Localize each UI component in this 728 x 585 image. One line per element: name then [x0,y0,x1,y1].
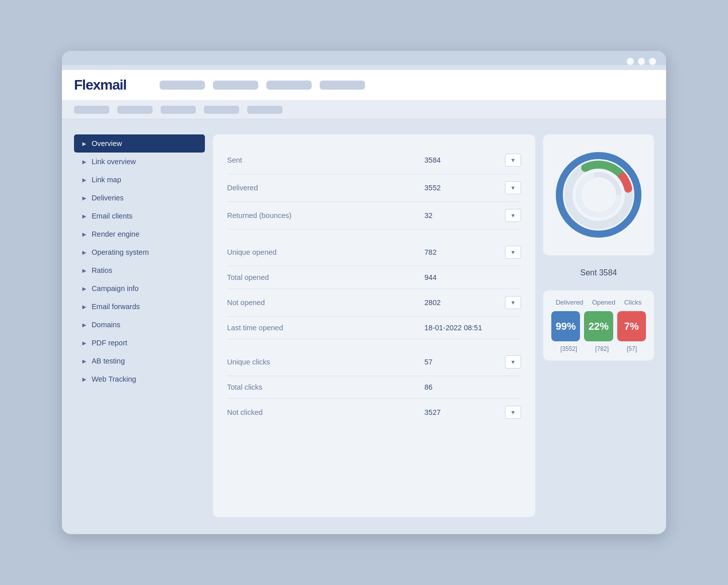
chevron-icon: ► [81,140,88,148]
sent-badge: Sent 3584 [543,262,654,283]
sidebar-item-campaign-info[interactable]: ► Campaign info [74,279,205,298]
nav-pill-1[interactable] [160,81,205,90]
sidebar-item-link-overview[interactable]: ► Link overview [74,153,205,171]
stat-value-not-clicked: 3527 [424,408,505,416]
stat-label-last-opened: Last time opened [227,324,424,332]
sidebar-item-email-forwards[interactable]: ► Email forwards [74,298,205,316]
stat-row-delivered: Delivered 3552 ▼ [227,174,521,202]
chevron-icon: ► [81,357,88,365]
stat-label-unique-clicks: Unique clicks [227,358,424,366]
stat-row-not-opened: Not opened 2802 ▼ [227,289,521,317]
sidebar-item-ratios[interactable]: ► Ratios [74,261,205,279]
sidebar-item-label: Email forwards [92,303,140,311]
sidebar-item-deliveries[interactable]: ► Deliveries [74,189,205,207]
stat-row-unique-opened: Unique opened 782 ▼ [227,239,521,266]
stats-grid-header: Delivered Opened Clicks [551,299,646,306]
sidebar-item-label: Link overview [92,158,136,166]
main-stats-panel: Sent 3584 ▼ Delivered 3552 ▼ Returned (b… [213,134,535,517]
metric-header-opened: Opened [592,299,615,306]
stats-grid: Delivered Opened Clicks 99% 22% 7% [3552… [543,290,654,360]
sidebar-item-label: Campaign info [92,284,139,292]
stat-value-total-opened: 944 [424,273,505,281]
sub-nav-pill-1[interactable] [74,106,109,114]
stat-dropdown-not-opened[interactable]: ▼ [505,296,521,309]
metric-badge-clicks: 7% [617,311,646,341]
stat-label-total-clicks: Total clicks [227,383,424,391]
nav-pill-3[interactable] [266,81,312,90]
nav-pill-2[interactable] [213,81,258,90]
nav-pill-4[interactable] [320,81,365,90]
sidebar-item-label: PDF report [92,339,127,347]
donut-chart [553,150,644,240]
stats-grid-values: 99% 22% 7% [551,311,646,341]
chevron-icon: ► [81,376,88,383]
sidebar-item-email-clients[interactable]: ► Email clients [74,207,205,225]
chevron-icon: ► [81,194,88,202]
metric-count-opened: [782] [595,345,609,352]
chevron-icon: ► [81,249,88,256]
sidebar-item-link-map[interactable]: ► Link map [74,171,205,189]
svg-point-6 [585,181,613,209]
stat-label-bounces: Returned (bounces) [227,211,424,220]
sidebar-item-render-engine[interactable]: ► Render engine [74,225,205,243]
metric-badge-opened: 22% [584,311,613,341]
sidebar-item-operating-system[interactable]: ► Operating system [74,243,205,261]
sub-nav-pill-2[interactable] [117,106,153,114]
stat-value-bounces: 32 [424,211,505,220]
stat-value-not-opened: 2802 [424,299,505,307]
sidebar-item-label: Email clients [92,212,132,220]
stat-label-delivered: Delivered [227,184,424,192]
stat-value-sent: 3584 [424,156,505,164]
sub-nav-pill-5[interactable] [247,106,282,114]
browser-window: Flexmail ► Overview ► Link overview [62,51,666,534]
spacer-1 [227,230,521,239]
sub-nav-pill-4[interactable] [204,106,239,114]
stat-dropdown-delivered[interactable]: ▼ [505,181,521,194]
stat-dropdown-unique-opened[interactable]: ▼ [505,246,521,259]
sub-nav-pill-3[interactable] [161,106,196,114]
stat-value-delivered: 3552 [424,184,505,192]
stat-value-last-opened: 18-01-2022 08:51 [424,324,505,332]
stat-value-total-clicks: 86 [424,383,505,391]
sidebar-item-ab-testing[interactable]: ► AB testing [74,352,205,370]
app-logo: Flexmail [74,77,144,93]
sidebar-item-pdf-report[interactable]: ► PDF report [74,334,205,352]
sidebar-item-web-tracking[interactable]: ► Web Tracking [74,370,205,388]
stat-dropdown-bounces[interactable]: ▼ [505,209,521,222]
stat-dropdown-sent[interactable]: ▼ [505,154,521,167]
chevron-icon: ► [81,231,88,238]
metric-badge-delivered: 99% [551,311,580,341]
sidebar: ► Overview ► Link overview ► Link map ► … [74,134,205,517]
stat-label-not-opened: Not opened [227,299,424,307]
chevron-icon: ► [81,158,88,166]
chevron-icon: ► [81,339,88,347]
top-bar: Flexmail [62,70,666,101]
sidebar-item-label: Operating system [92,248,149,256]
sidebar-item-label: Link map [92,176,121,184]
stat-value-unique-clicks: 57 [424,358,505,366]
metric-header-delivered: Delivered [556,299,584,306]
stat-row-not-clicked: Not clicked 3527 ▼ [227,399,521,426]
chevron-icon: ► [81,285,88,292]
stat-dropdown-unique-clicks[interactable]: ▼ [505,355,521,369]
browser-chrome [62,51,666,65]
sidebar-item-label: Ratios [92,266,112,274]
sub-nav [62,101,666,119]
sidebar-item-label: Render engine [92,230,139,238]
stat-row-total-opened: Total opened 944 [227,266,521,289]
stat-label-unique-opened: Unique opened [227,248,424,256]
stat-row-sent: Sent 3584 ▼ [227,147,521,174]
sidebar-item-domains[interactable]: ► Domains [74,316,205,334]
donut-chart-container [543,134,654,255]
sidebar-item-label: Deliveries [92,194,124,202]
chevron-icon: ► [81,176,88,184]
sidebar-item-overview[interactable]: ► Overview [74,134,205,153]
metric-count-clicks: [57] [627,345,637,352]
chevron-icon: ► [81,321,88,329]
stat-row-last-opened: Last time opened 18-01-2022 08:51 [227,317,521,339]
stat-dropdown-not-clicked[interactable]: ▼ [505,406,521,419]
stat-row-bounces: Returned (bounces) 32 ▼ [227,202,521,230]
stat-label-total-opened: Total opened [227,273,424,281]
metric-header-clicks: Clicks [624,299,642,306]
stat-label-not-clicked: Not clicked [227,408,424,416]
